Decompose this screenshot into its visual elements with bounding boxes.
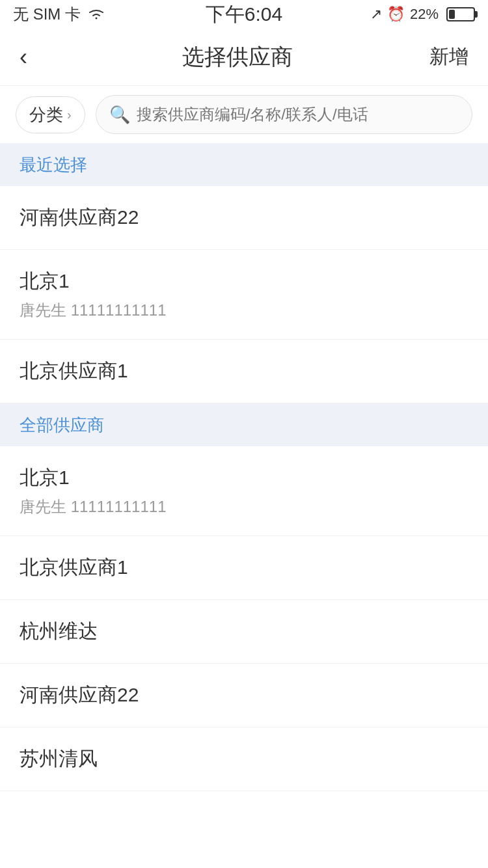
item-name: 北京供应商1 <box>20 358 468 385</box>
alarm-icon: ⏰ <box>387 6 405 23</box>
status-right: ↗ ⏰ 22% <box>370 6 475 23</box>
recent-list: 河南供应商22北京1唐先生 11111111111北京供应商1 <box>0 186 488 403</box>
search-icon: 🔍 <box>109 105 130 125</box>
list-item[interactable]: 北京1唐先生 11111111111 <box>0 446 488 536</box>
list-item[interactable]: 杭州维达 <box>0 600 488 664</box>
item-name: 河南供应商22 <box>20 204 468 231</box>
add-button[interactable]: 新增 <box>416 44 468 70</box>
status-bar: 无 SIM 卡 下午6:04 ↗ ⏰ 22% <box>0 0 488 29</box>
list-item[interactable]: 北京1唐先生 11111111111 <box>0 250 488 340</box>
wifi-icon <box>87 8 105 21</box>
page-title: 选择供应商 <box>182 42 293 72</box>
list-item[interactable]: 北京供应商1 <box>0 340 488 403</box>
item-sub: 唐先生 11111111111 <box>20 496 468 517</box>
status-time: 下午6:04 <box>206 1 282 28</box>
status-left: 无 SIM 卡 <box>13 4 105 25</box>
battery-icon <box>446 7 475 21</box>
item-name: 北京1 <box>20 465 468 491</box>
back-button[interactable]: ‹ <box>20 44 59 71</box>
recent-section-header: 最近选择 <box>0 143 488 186</box>
list-item[interactable]: 河南供应商22 <box>0 664 488 727</box>
list-item[interactable]: 苏州清风 <box>0 727 488 791</box>
all-section-label: 全部供应商 <box>20 414 104 437</box>
sim-text: 无 SIM 卡 <box>13 4 81 25</box>
item-name: 杭州维达 <box>20 618 468 645</box>
search-input[interactable] <box>137 105 459 124</box>
filter-bar: 分类 › 🔍 <box>0 86 488 143</box>
category-label: 分类 <box>29 103 63 126</box>
list-item[interactable]: 河南供应商22 <box>0 186 488 250</box>
recent-section-label: 最近选择 <box>20 154 87 176</box>
nav-bar: ‹ 选择供应商 新增 <box>0 29 488 86</box>
location-icon: ↗ <box>370 6 382 23</box>
battery-percent: 22% <box>410 6 439 23</box>
item-name: 苏州清风 <box>20 746 468 772</box>
all-section-header: 全部供应商 <box>0 403 488 446</box>
search-box[interactable]: 🔍 <box>96 95 472 134</box>
item-sub: 唐先生 11111111111 <box>20 300 468 321</box>
chevron-right-icon: › <box>67 107 72 122</box>
list-item[interactable]: 北京供应商1 <box>0 536 488 600</box>
category-button[interactable]: 分类 › <box>16 96 85 133</box>
item-name: 北京1 <box>20 268 468 295</box>
item-name: 北京供应商1 <box>20 554 468 581</box>
all-list: 北京1唐先生 11111111111北京供应商1杭州维达河南供应商22苏州清风 <box>0 446 488 791</box>
item-name: 河南供应商22 <box>20 682 468 709</box>
